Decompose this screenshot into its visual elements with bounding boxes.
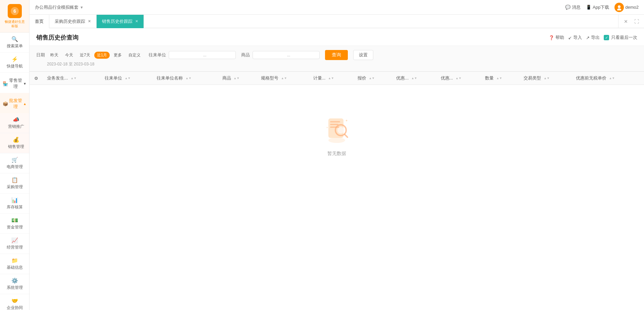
- tab-bar: 首页 采购历史价跟踪 ✕ 销售历史价跟踪 ✕ ✕ ⛶: [30, 15, 644, 28]
- sort-arrows-partner: ▲▼: [125, 77, 131, 80]
- page-title: 销售历史价查询: [36, 34, 78, 42]
- date-btn-1month[interactable]: 近1月: [94, 52, 110, 59]
- svg-text:6: 6: [13, 8, 16, 14]
- date-btn-yesterday[interactable]: 昨天: [48, 52, 61, 59]
- goods-input[interactable]: ...: [253, 51, 320, 59]
- th-pretax-price[interactable]: 优惠前无税单价 ▲▼: [572, 72, 644, 85]
- sidebar-item-finance[interactable]: 💵 资金管理: [0, 214, 29, 234]
- svg-point-3: [617, 8, 621, 10]
- tab-maximize[interactable]: ⛶: [632, 17, 641, 26]
- sidebar-item-purchase[interactable]: 📋 采购管理: [0, 173, 29, 194]
- sort-arrows-pretax: ▲▼: [609, 77, 615, 80]
- gear-icon[interactable]: ⚙: [34, 76, 38, 81]
- date-btn-today[interactable]: 今天: [62, 52, 76, 59]
- th-trade-type[interactable]: 交易类型 ▲▼: [520, 72, 572, 85]
- only-last-wrap[interactable]: 只看最后一次: [604, 35, 637, 41]
- message-btn[interactable]: 💬 消息: [565, 4, 581, 10]
- sidebar-item-system-label: 系统管理: [7, 285, 23, 291]
- date-filter-group: 日期 昨天 今天 近7天 近1月 更多 自定义: [36, 52, 143, 59]
- sidebar-item-operation-label: 经营管理: [7, 245, 23, 250]
- user-menu[interactable]: demo2: [614, 3, 639, 12]
- date-btn-more[interactable]: 更多: [111, 52, 124, 59]
- sidebar-item-quicknav-label: 快捷导航: [7, 63, 23, 69]
- th-discount1[interactable]: 优惠... ▲▼: [392, 72, 436, 85]
- sidebar-item-ecommerce[interactable]: 🛒 电商管理: [0, 153, 29, 173]
- help-label: 帮助: [555, 35, 564, 41]
- sidebar-item-operation[interactable]: 📈 经营管理: [0, 234, 29, 254]
- search-icon: 🔍: [11, 36, 18, 42]
- sidebar-item-quicknav[interactable]: ⚡ 快捷导航: [0, 53, 29, 73]
- top-header: 办公用品行业模拟账套 ▼ 💬 消息 📱 App下载 demo2: [30, 0, 644, 15]
- settings-button[interactable]: 设置: [353, 50, 373, 60]
- sidebar-item-basic[interactable]: 📁 基础信息: [0, 254, 29, 274]
- partner-label: 往来单位: [149, 52, 166, 58]
- partner-input[interactable]: ...: [169, 51, 236, 59]
- th-goods[interactable]: 商品 ▲▼: [218, 72, 257, 85]
- tab-sales[interactable]: 销售历史价跟踪 ✕: [97, 15, 144, 28]
- svg-rect-8: [330, 126, 339, 128]
- logo-text: 畅捷通好生意: [5, 19, 25, 24]
- only-last-checkbox[interactable]: [604, 35, 609, 40]
- tab-purchase-close[interactable]: ✕: [88, 19, 91, 23]
- th-unit[interactable]: 计量... ▲▼: [309, 72, 354, 85]
- th-price[interactable]: 报价 ▲▼: [354, 72, 392, 85]
- app-icon: 📱: [586, 5, 591, 10]
- sidebar-item-system[interactable]: ⚙️ 系统管理: [0, 274, 29, 294]
- date-btn-7days[interactable]: 近7天: [77, 52, 93, 59]
- th-business-date[interactable]: 业务发生... ▲▼: [43, 72, 101, 85]
- logo-sub: 标版: [11, 24, 18, 28]
- wholesale-arrow: ▲: [23, 102, 26, 106]
- tab-home[interactable]: 首页: [30, 15, 49, 28]
- sidebar-item-wholesale[interactable]: 📦 批发管理 ▲: [0, 93, 29, 113]
- goods-label: 商品: [241, 52, 250, 58]
- sidebar: 6 畅捷通好生意 标版 🔍 搜索菜单 ⚡ 快捷导航 🏪 零售管理 ▼ 📦 批发管…: [0, 0, 30, 310]
- sidebar-item-retail-label: 零售管理: [9, 78, 22, 90]
- sidebar-item-inventory[interactable]: 📊 库存核算: [0, 194, 29, 214]
- help-btn[interactable]: ❓ 帮助: [549, 35, 564, 41]
- th-partner-code[interactable]: 往来单位 ▲▼: [101, 72, 153, 85]
- tab-purchase-label: 采购历史价跟踪: [55, 18, 85, 24]
- app-download-btn[interactable]: 📱 App下载: [586, 4, 609, 10]
- tab-close-all[interactable]: ✕: [621, 17, 631, 26]
- th-spec[interactable]: 规格型号 ▲▼: [257, 72, 309, 85]
- operation-icon: 📈: [11, 237, 18, 244]
- export-btn[interactable]: ↗ 导出: [586, 35, 600, 41]
- sort-arrows-spec: ▲▼: [281, 77, 287, 80]
- data-table: ⚙ 业务发生... ▲▼ 往来单位 ▲▼: [30, 71, 644, 184]
- sidebar-item-inventory-label: 库存核算: [7, 204, 23, 210]
- th-gear[interactable]: ⚙: [30, 72, 43, 85]
- sidebar-item-marketing[interactable]: 📣 营销推广: [0, 113, 29, 133]
- th-discount2[interactable]: 优惠... ▲▼: [437, 72, 481, 85]
- th-quantity[interactable]: 数量 ▲▼: [481, 72, 520, 85]
- th-partner-name[interactable]: 往来单位名称 ▲▼: [153, 72, 218, 85]
- import-label: 导入: [573, 35, 582, 41]
- th-unit-label: 计量...: [313, 75, 326, 81]
- import-btn[interactable]: ↙ 导入: [568, 35, 582, 41]
- sidebar-item-sales[interactable]: 💰 销售管理: [0, 133, 29, 153]
- date-range-display: 2023-02-18 至 2023-03-18: [47, 62, 94, 66]
- tab-purchase[interactable]: 采购历史价跟踪 ✕: [49, 15, 97, 28]
- sidebar-item-collab[interactable]: 🤝 企业协同: [0, 294, 29, 310]
- sidebar-item-search-label: 搜索菜单: [7, 43, 23, 49]
- company-selector[interactable]: 办公用品行业模拟账套 ▼: [35, 4, 84, 10]
- svg-text:✦: ✦: [326, 126, 328, 129]
- page-inner: 销售历史价查询 ❓ 帮助 ↙ 导入 ↗ 导出: [30, 28, 644, 310]
- sales-icon: 💰: [13, 137, 19, 143]
- tab-sales-close[interactable]: ✕: [135, 19, 138, 23]
- th-spec-label: 规格型号: [261, 75, 278, 81]
- sort-arrows-goods: ▲▼: [233, 77, 239, 80]
- wholesale-icon: 📦: [3, 101, 8, 106]
- th-trade-type-label: 交易类型: [524, 75, 541, 81]
- basic-icon: 📁: [11, 257, 18, 264]
- sort-arrows-disc2: ▲▼: [455, 77, 462, 80]
- sidebar-item-search[interactable]: 🔍 搜索菜单: [0, 33, 29, 53]
- page-title-bar: 销售历史价查询 ❓ 帮助 ↙ 导入 ↗ 导出: [30, 28, 644, 46]
- retail-arrow: ▼: [23, 82, 26, 86]
- th-discount1-label: 优惠...: [396, 75, 409, 81]
- sidebar-item-retail[interactable]: 🏪 零售管理 ▼: [0, 73, 29, 93]
- th-price-label: 报价: [358, 75, 366, 81]
- export-label: 导出: [591, 35, 600, 41]
- query-button[interactable]: 查询: [325, 50, 348, 60]
- avatar: [614, 3, 624, 12]
- date-btn-custom[interactable]: 自定义: [126, 52, 143, 59]
